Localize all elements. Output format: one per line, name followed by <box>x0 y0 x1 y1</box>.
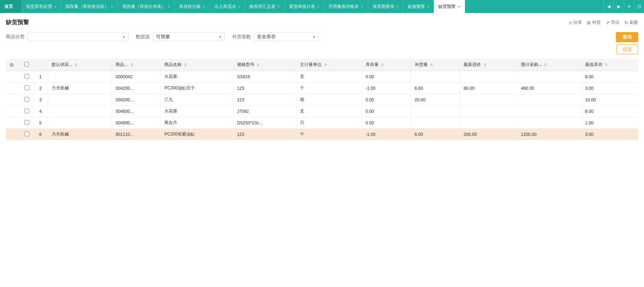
export-label: 导出 <box>611 19 619 26</box>
data-table: ⚙ 默认供应... ⇅ 商品... ⇅ 商品名称 ⇅ <box>6 59 638 140</box>
th-min-stock-label: 最低库存 <box>585 62 602 67</box>
th-product-code[interactable]: 商品... ⇅ <box>112 59 161 71</box>
th-spec-sort-icon: ⇅ <box>257 63 260 67</box>
tab-batch-account-close[interactable]: × <box>203 4 205 9</box>
table-body: 1 0000042 火花塞 SS816 支 0.00 8.00 2 力天机械 0… <box>6 71 638 140</box>
th-stock[interactable]: 库存量 ⇅ <box>362 59 411 71</box>
tab-inout-flow-close[interactable]: × <box>238 4 240 9</box>
row-unit: 个 <box>296 129 362 140</box>
tab-available-ledger-close[interactable]: × <box>361 4 363 9</box>
th-product-name-label: 商品名称 <box>164 62 182 67</box>
category-select-wrap <box>27 32 129 41</box>
row-latest-price <box>460 117 517 129</box>
row-default-supplier: 力天机械 <box>48 129 112 140</box>
refresh-button[interactable]: ↻ 刷新 <box>625 19 638 26</box>
tab-order-stat[interactable]: 要货单统计表 × <box>285 0 324 13</box>
tab-inout-flow[interactable]: 出入库流水 × <box>210 0 245 13</box>
tab-home[interactable]: 首页 <box>0 0 22 13</box>
tab-available-ledger[interactable]: 可用量库存账本 × <box>324 0 368 13</box>
category-filter-group: 商品分类 <box>6 32 129 41</box>
row-stock: 0.00 <box>362 117 411 129</box>
page-title: 缺货预警 <box>6 19 29 26</box>
datasource-filter-group: 数据源 可用量 <box>136 32 225 41</box>
th-product-code-sort-icon: ⇅ <box>130 63 133 67</box>
tab-stock-dist-close[interactable]: × <box>168 4 170 9</box>
tab-next-button[interactable]: ▶ <box>614 0 624 13</box>
tab-stock-status[interactable]: 现存量（库存状况表） × <box>61 0 118 13</box>
row-product-code: 801110... <box>112 129 161 140</box>
th-replenish[interactable]: 补货量 ⇅ <box>411 59 460 71</box>
tab-shortage-close[interactable]: × <box>458 4 460 9</box>
row-checkbox[interactable] <box>25 85 29 90</box>
th-replenish-sort-icon: ⇅ <box>430 63 433 67</box>
tab-order-stat-close[interactable]: × <box>317 4 319 9</box>
row-checkbox[interactable] <box>25 97 29 102</box>
tab-expand-button[interactable]: ⊡ <box>634 0 644 13</box>
share-button[interactable]: ⎋ 分享 <box>569 19 582 26</box>
row-checkbox[interactable] <box>25 109 29 113</box>
row-settings-cell <box>6 117 20 129</box>
row-checkbox[interactable] <box>25 120 29 125</box>
tab-shortage[interactable]: 缺货预警 × <box>434 0 465 13</box>
th-product-name-sort-icon: ⇅ <box>184 63 187 67</box>
datasource-select[interactable]: 可用量 <box>153 32 225 41</box>
th-min-stock[interactable]: 最低库存 ⇅ <box>581 59 638 71</box>
th-latest-price[interactable]: 最新进价 ⇅ <box>460 59 517 71</box>
replenish-label: 补货 <box>592 19 601 26</box>
th-est-purchase-sort-icon: ⇅ <box>544 63 547 67</box>
tab-overstock-close[interactable]: × <box>427 4 429 9</box>
share-label: 分享 <box>573 19 582 26</box>
row-spec: DS250*23c... <box>233 117 296 129</box>
row-settings-cell <box>6 83 20 94</box>
row-unit: 支 <box>296 71 362 83</box>
th-replenish-label: 补货量 <box>415 62 428 67</box>
row-spec: 123 <box>233 129 296 140</box>
replenish-icon: ⊞ <box>587 20 591 25</box>
select-all-checkbox[interactable] <box>24 62 29 67</box>
th-spec[interactable]: 规格型号 ⇅ <box>233 59 296 71</box>
th-product-name[interactable]: 商品名称 ⇅ <box>161 59 233 71</box>
tab-expiry-query[interactable]: 保质期查询 × <box>368 0 403 13</box>
tab-navigation: ◀ ▶ ✕ ⊡ <box>604 0 644 13</box>
tab-stock-dist[interactable]: 现存量（库存分布表） × <box>118 0 175 13</box>
row-product-name: 火花塞 <box>161 71 233 83</box>
tab-collect-summary[interactable]: 收发存汇总表 × <box>245 0 284 13</box>
row-latest-price <box>460 71 517 83</box>
row-checkbox[interactable] <box>25 132 29 136</box>
row-product-name: PC200油缸庄子 <box>161 83 233 94</box>
row-replenish <box>411 71 460 83</box>
row-stock: -1.00 <box>362 83 411 94</box>
replenish-basis-select[interactable]: 安全库存 <box>254 32 319 41</box>
category-select[interactable] <box>27 32 129 41</box>
row-spec: J7092 <box>233 106 296 117</box>
row-product-name: PC200张紧油缸 <box>161 129 233 140</box>
settings-button[interactable]: 设置 <box>617 44 638 54</box>
tab-collect-summary-close[interactable]: × <box>278 4 280 9</box>
row-unit: 个 <box>296 83 362 94</box>
th-unit[interactable]: 主计量单位 ⇅ <box>296 59 362 71</box>
export-button[interactable]: ↗ 导出 <box>606 19 619 26</box>
tab-prev-button[interactable]: ◀ <box>604 0 614 13</box>
tab-stock-status-close[interactable]: × <box>111 4 113 9</box>
th-est-purchase[interactable]: 预计采购... ⇅ <box>517 59 582 71</box>
tab-close-all-button[interactable]: ✕ <box>624 0 634 13</box>
row-latest-price <box>460 106 517 117</box>
row-latest-price <box>460 94 517 106</box>
tab-expiry-query-close[interactable]: × <box>396 4 399 9</box>
share-icon: ⎋ <box>569 20 572 25</box>
tab-order-stat-label: 要货单统计表 <box>289 4 315 10</box>
row-checkbox[interactable] <box>25 74 29 79</box>
replenish-button[interactable]: ⊞ 补货 <box>587 19 601 26</box>
th-default-supplier[interactable]: 默认供应... ⇅ <box>48 59 112 71</box>
table-settings-icon[interactable]: ⚙ <box>9 62 14 68</box>
tab-batch-account[interactable]: 库存批次账 × <box>175 0 210 13</box>
tab-expiry-query-label: 保质期查询 <box>373 4 394 10</box>
query-button[interactable]: 查询 <box>616 32 638 42</box>
row-num: 4 <box>33 106 48 117</box>
th-unit-label: 主计量单位 <box>300 62 322 67</box>
tab-exception[interactable]: 拣货异常处理 × <box>22 0 61 13</box>
tab-overstock[interactable]: 超储预警 × <box>403 0 434 13</box>
table-row: 4 004600... 火花塞 J7092 支 0.00 8.00 <box>6 106 638 117</box>
row-settings-cell <box>6 94 20 106</box>
tab-exception-close[interactable]: × <box>54 4 56 9</box>
